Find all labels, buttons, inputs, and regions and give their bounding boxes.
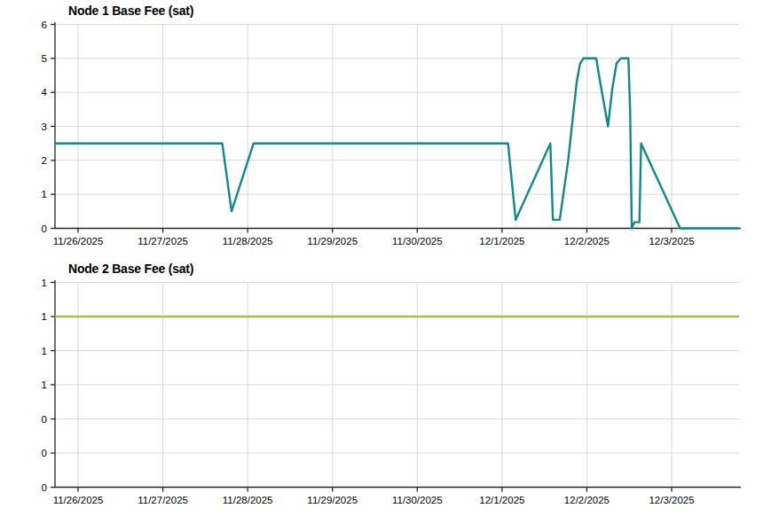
- y-tick-label: 0: [42, 448, 47, 458]
- x-tick-label: 12/2/2025: [564, 236, 610, 246]
- y-tick-label: 2: [42, 155, 47, 166]
- x-tick-label: 11/30/2025: [392, 495, 443, 505]
- x-tick-label: 11/30/2025: [392, 236, 443, 246]
- x-tick-label: 12/1/2025: [479, 495, 524, 505]
- y-tick-label: 0: [42, 482, 47, 493]
- node2-chart: 000111111/26/202511/27/202511/28/202511/…: [42, 278, 741, 505]
- x-tick-label: 11/26/2025: [53, 495, 104, 505]
- series-line: [55, 59, 739, 229]
- x-tick-label: 11/27/2025: [138, 236, 188, 246]
- y-tick-label: 1: [42, 278, 47, 288]
- x-tick-label: 11/26/2025: [53, 236, 104, 246]
- x-tick-label: 12/3/2025: [649, 495, 694, 505]
- y-tick-label: 0: [42, 414, 47, 425]
- y-tick-label: 1: [42, 311, 47, 322]
- y-tick-label: 5: [42, 53, 47, 64]
- node1-chart: 012345611/26/202511/27/202511/28/202511/…: [42, 20, 741, 246]
- y-tick-label: 1: [42, 379, 47, 390]
- y-tick-label: 1: [42, 346, 47, 356]
- y-tick-label: 0: [42, 223, 47, 234]
- x-tick-label: 11/28/2025: [223, 236, 273, 246]
- y-tick-label: 3: [42, 121, 47, 132]
- y-tick-label: 6: [42, 20, 47, 30]
- x-tick-label: 11/27/2025: [138, 495, 188, 505]
- x-tick-label: 11/29/2025: [307, 495, 358, 505]
- y-tick-label: 1: [42, 189, 47, 200]
- x-tick-label: 11/28/2025: [223, 495, 273, 505]
- dashboard-canvas: Node 1 Base Fee (sat) Node 2 Base Fee (s…: [0, 0, 763, 532]
- x-tick-label: 12/2/2025: [564, 495, 610, 505]
- charts-canvas: 012345611/26/202511/27/202511/28/202511/…: [0, 0, 763, 532]
- x-tick-label: 12/3/2025: [649, 236, 694, 246]
- x-tick-label: 11/29/2025: [307, 236, 358, 246]
- y-tick-label: 4: [42, 87, 48, 98]
- x-tick-label: 12/1/2025: [479, 236, 524, 246]
